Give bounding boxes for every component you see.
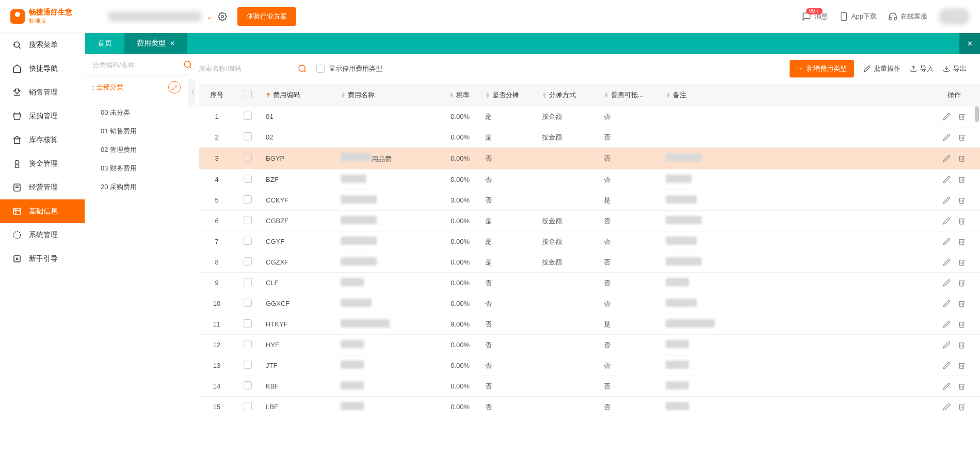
sidebar-item-6[interactable]: 经营管理 xyxy=(0,176,85,199)
delete-row-button[interactable] xyxy=(958,258,966,266)
batch-ops-button[interactable]: 批量操作 xyxy=(863,64,901,73)
edit-row-button[interactable] xyxy=(943,154,951,162)
delete-row-button[interactable] xyxy=(958,113,966,120)
sidebar-item-3[interactable]: 采购管理 xyxy=(0,104,85,128)
sidebar-item-2[interactable]: 销售管理 xyxy=(0,81,85,104)
sidebar-item-9[interactable]: 新手引导 xyxy=(0,247,85,271)
delete-row-button[interactable] xyxy=(958,300,966,307)
support-button[interactable]: 在线客服 xyxy=(888,12,927,21)
sidebar-item-0[interactable]: 搜索菜单 xyxy=(0,33,85,57)
sidebar-item-4[interactable]: 库存核算 xyxy=(0,128,85,152)
close-icon[interactable]: ✕ xyxy=(170,40,175,47)
edit-row-button[interactable] xyxy=(943,238,951,245)
add-expense-type-button[interactable]: ＋ 新增费用类型 xyxy=(790,60,854,77)
col-remark[interactable]: ▲▼备注 xyxy=(661,84,928,106)
table-row[interactable]: 11HTKYF9.00%否是 xyxy=(199,314,980,335)
table-row[interactable]: 13JTF0.00%否否 xyxy=(199,355,980,376)
table-row[interactable]: 8CGZXF0.00%是按金额否 xyxy=(199,252,980,273)
edit-row-button[interactable] xyxy=(943,279,951,287)
cell-checkbox[interactable] xyxy=(235,376,261,397)
table-row[interactable]: 1010.00%是按金额否 xyxy=(199,106,980,127)
category-edit-button[interactable] xyxy=(168,81,181,94)
cell-checkbox[interactable] xyxy=(235,190,261,211)
table-row[interactable]: 3BGYP用品费0.00%否否 xyxy=(199,148,980,169)
edit-row-button[interactable] xyxy=(943,341,951,349)
col-select-all[interactable] xyxy=(235,84,261,106)
edit-row-button[interactable] xyxy=(943,362,951,369)
sidebar-item-8[interactable]: 系统管理 xyxy=(0,223,85,247)
table-row[interactable]: 4BZF0.00%否否 xyxy=(199,169,980,190)
show-disabled-checkbox[interactable]: 显示停用费用类型 xyxy=(316,64,382,73)
delete-row-button[interactable] xyxy=(958,238,966,245)
delete-row-button[interactable] xyxy=(958,154,966,162)
cell-checkbox[interactable] xyxy=(235,148,261,169)
app-download-button[interactable]: App下载 xyxy=(839,12,877,21)
delete-row-button[interactable] xyxy=(958,362,966,369)
scrollbar-thumb[interactable] xyxy=(975,106,979,122)
search-icon[interactable] xyxy=(183,60,192,69)
table-row[interactable]: 2020.00%是按金额否 xyxy=(199,127,980,148)
import-button[interactable]: 导入 xyxy=(910,64,934,73)
table-row[interactable]: 7CGYF0.00%是按金额否 xyxy=(199,231,980,252)
category-item-1[interactable]: 01 销售费用 xyxy=(85,122,188,141)
sidebar-item-5[interactable]: 资金管理 xyxy=(0,152,85,176)
delete-row-button[interactable] xyxy=(958,403,966,411)
sidebar-item-1[interactable]: 快捷导航 xyxy=(0,57,85,81)
table-row[interactable]: 9CLF0.00%否否 xyxy=(199,273,980,293)
table-row[interactable]: 12HYF0.00%否否 xyxy=(199,335,980,355)
delete-row-button[interactable] xyxy=(958,217,966,225)
export-button[interactable]: 导出 xyxy=(943,64,967,73)
edit-row-button[interactable] xyxy=(943,320,951,328)
edit-row-button[interactable] xyxy=(943,382,951,390)
cell-checkbox[interactable] xyxy=(235,335,261,355)
col-name[interactable]: ▲▼费用名称 xyxy=(335,84,439,106)
cell-checkbox[interactable] xyxy=(235,397,261,417)
table-row[interactable]: 6CGBZF0.00%是按金额否 xyxy=(199,211,980,231)
cell-checkbox[interactable] xyxy=(235,231,261,252)
close-all-tabs-button[interactable]: ✕ xyxy=(959,33,980,54)
col-seq[interactable]: 序号 xyxy=(199,84,235,106)
delete-row-button[interactable] xyxy=(958,133,966,141)
category-item-4[interactable]: 20 采购费用 xyxy=(85,178,188,196)
edit-row-button[interactable] xyxy=(943,196,951,204)
table-row[interactable]: 14KBF0.00%否否 xyxy=(199,376,980,397)
delete-row-button[interactable] xyxy=(958,196,966,204)
table-row[interactable]: 5CCKYF3.00%否是 xyxy=(199,190,980,211)
delete-row-button[interactable] xyxy=(958,382,966,390)
sidebar-item-7[interactable]: 基础信息 xyxy=(0,199,85,223)
search-icon[interactable] xyxy=(298,64,307,73)
messages-button[interactable]: 99 + 消息 xyxy=(802,12,828,21)
scrollbar[interactable] xyxy=(975,106,979,449)
edit-row-button[interactable] xyxy=(943,258,951,266)
category-item-2[interactable]: 02 管理费用 xyxy=(85,141,188,159)
cell-checkbox[interactable] xyxy=(235,293,261,314)
category-item-0[interactable]: 00 未分类 xyxy=(85,103,188,122)
org-selector[interactable]: ⌄ xyxy=(108,11,213,22)
category-all[interactable]: ::: 全部分类 xyxy=(92,83,123,92)
cell-checkbox[interactable] xyxy=(235,314,261,335)
cell-checkbox[interactable] xyxy=(235,211,261,231)
delete-row-button[interactable] xyxy=(958,341,966,349)
collapse-panel-button[interactable]: 《 xyxy=(188,80,195,105)
edit-row-button[interactable] xyxy=(943,217,951,225)
col-rate[interactable]: ▲▼税率 xyxy=(439,84,480,106)
cell-checkbox[interactable] xyxy=(235,127,261,148)
col-share[interactable]: ▲▼是否分摊 xyxy=(480,84,537,106)
col-method[interactable]: ▲▼分摊方式 xyxy=(537,84,599,106)
avatar[interactable] xyxy=(939,8,970,25)
cell-checkbox[interactable] xyxy=(235,169,261,190)
edit-row-button[interactable] xyxy=(943,113,951,120)
cell-checkbox[interactable] xyxy=(235,106,261,127)
edit-row-button[interactable] xyxy=(943,176,951,183)
delete-row-button[interactable] xyxy=(958,176,966,183)
col-deduct[interactable]: ▲▼普票可抵... xyxy=(599,84,661,106)
table-row[interactable]: 15LBF0.00%否否 xyxy=(199,397,980,417)
col-code[interactable]: ▲▼费用编码 xyxy=(261,84,335,106)
category-item-3[interactable]: 03 财务费用 xyxy=(85,159,188,178)
tab-1[interactable]: 费用类型✕ xyxy=(124,33,187,54)
edit-row-button[interactable] xyxy=(943,300,951,307)
edit-row-button[interactable] xyxy=(943,133,951,141)
tab-0[interactable]: 首页 xyxy=(85,33,124,54)
cell-checkbox[interactable] xyxy=(235,273,261,293)
gear-icon[interactable] xyxy=(218,12,227,21)
